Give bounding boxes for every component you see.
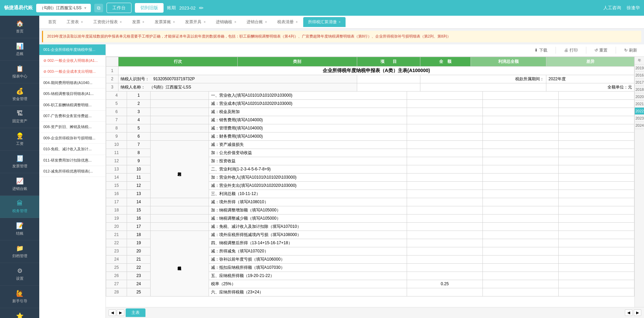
tab-home[interactable]: 首页 bbox=[43, 17, 61, 27]
cell-value[interactable] bbox=[407, 108, 483, 116]
cell-value[interactable] bbox=[407, 165, 483, 173]
year-2023[interactable]: 2023 bbox=[635, 115, 644, 122]
edit-period-icon[interactable]: ✏ bbox=[199, 5, 204, 11]
form-list-item-004[interactable]: 004-期间费用明细表(A1040... bbox=[39, 78, 106, 88]
tab-invoice-open[interactable]: 发票开具 × bbox=[180, 17, 210, 27]
form-list-item-011[interactable]: 011-研发费用加计扣除优惠... bbox=[39, 155, 106, 166]
cell-profit[interactable] bbox=[483, 91, 559, 99]
cell-value[interactable] bbox=[407, 116, 483, 124]
cell-value[interactable] bbox=[407, 157, 483, 165]
sidebar-item-purchase-sales[interactable]: 📈 进销台账 bbox=[0, 173, 39, 196]
cell-diff[interactable] bbox=[559, 157, 634, 165]
cell-profit[interactable] bbox=[483, 239, 559, 247]
user-service[interactable]: 人工咨询 bbox=[603, 5, 621, 11]
form-list-item-008[interactable]: 008-资产折旧、摊销及纳税... bbox=[39, 122, 106, 133]
cell-value[interactable] bbox=[407, 140, 483, 149]
cell-profit[interactable] bbox=[483, 132, 559, 140]
cell-value[interactable]: 0.25 bbox=[407, 280, 483, 288]
cell-profit[interactable] bbox=[483, 231, 559, 239]
spreadsheet-wrapper[interactable]: 行次 类别 项 目 全 额 利润总全额 差异 bbox=[106, 57, 634, 307]
year-2019[interactable]: 2019 bbox=[635, 65, 644, 72]
cell-diff[interactable] bbox=[559, 116, 634, 124]
tab-invoice-calc[interactable]: 发票算账 × bbox=[150, 17, 180, 27]
form-list-item-001[interactable]: 001-企业所得税年度纳税申报... bbox=[39, 44, 106, 55]
cell-value[interactable] bbox=[407, 99, 483, 108]
sidebar-item-settings[interactable]: ⚙ 设置 bbox=[0, 263, 39, 286]
year-2022[interactable]: 2022 bbox=[635, 108, 644, 115]
tab-payroll-close[interactable]: × bbox=[81, 20, 83, 24]
cell-diff[interactable] bbox=[559, 263, 634, 272]
cell-profit[interactable] bbox=[483, 190, 559, 198]
tab-tax-list[interactable]: 税表清册 × bbox=[272, 17, 303, 27]
form-list-item-002[interactable]: ⊘ 002-一般企业收入明细表(A1... bbox=[39, 55, 106, 66]
cell-diff[interactable] bbox=[559, 239, 634, 247]
cell-value[interactable] bbox=[407, 263, 483, 272]
cell-value[interactable] bbox=[407, 198, 483, 206]
refresh-button[interactable]: ↻ 刷新 bbox=[621, 46, 640, 54]
form-list-item-006[interactable]: 006-职工薪酬纳税调整明细... bbox=[39, 100, 106, 111]
nav-arrow-left[interactable]: ◀ bbox=[109, 309, 116, 316]
cell-value[interactable] bbox=[407, 124, 483, 132]
sidebar-item-payroll[interactable]: 👷 工资 bbox=[0, 128, 39, 151]
cell-value[interactable] bbox=[407, 247, 483, 255]
cell-value[interactable] bbox=[407, 272, 483, 280]
tab-purchase-ledger-close[interactable]: × bbox=[265, 20, 267, 24]
cell-diff[interactable] bbox=[559, 214, 634, 222]
cell-profit[interactable] bbox=[483, 149, 559, 157]
year-2017[interactable]: 2017 bbox=[635, 79, 644, 86]
year-2016[interactable]: 2016 bbox=[635, 72, 644, 79]
cell-profit[interactable] bbox=[483, 157, 559, 165]
cell-value[interactable] bbox=[407, 91, 483, 99]
cell-value[interactable] bbox=[407, 149, 483, 157]
reset-button[interactable]: ↺ 重置 bbox=[592, 46, 610, 54]
tab-purchase-verify[interactable]: 进销确核 × bbox=[211, 17, 241, 27]
tab-payroll-stats[interactable]: 工资统计报表 × bbox=[88, 17, 127, 27]
form-list-item-012[interactable]: 012-减免所得税优惠明细表(... bbox=[39, 166, 106, 177]
sidebar-item-close[interactable]: 📝 结账 bbox=[0, 218, 39, 240]
print-button[interactable]: 🖨 打印 bbox=[561, 46, 580, 54]
sidebar-item-guide[interactable]: 🙋 新手引导 bbox=[0, 286, 39, 308]
cell-profit[interactable] bbox=[483, 173, 559, 181]
cell-value[interactable] bbox=[407, 181, 483, 190]
cell-diff[interactable] bbox=[559, 222, 634, 231]
cell-profit[interactable] bbox=[483, 140, 559, 149]
tab-invoice-close[interactable]: × bbox=[142, 20, 144, 24]
cell-diff[interactable] bbox=[559, 173, 634, 181]
cell-diff[interactable] bbox=[559, 247, 634, 255]
cell-diff[interactable] bbox=[559, 288, 634, 296]
tab-payroll[interactable]: 工资表 × bbox=[62, 17, 88, 27]
cell-diff[interactable] bbox=[559, 272, 634, 280]
tab-income-tax[interactable]: 所得税汇算清缴 × bbox=[303, 17, 346, 27]
year-2020[interactable]: 2020 bbox=[635, 93, 644, 100]
cell-diff[interactable] bbox=[559, 124, 634, 132]
tab-invoice[interactable]: 发票 × bbox=[127, 17, 149, 27]
sidebar-item-member[interactable]: ⭐ 畅会员 bbox=[0, 308, 39, 318]
year-2024[interactable]: 2024 bbox=[635, 122, 644, 129]
sidebar-item-reports[interactable]: 📋 报表中心 bbox=[0, 61, 39, 83]
cell-diff[interactable] bbox=[559, 108, 634, 116]
cell-value[interactable] bbox=[407, 231, 483, 239]
cell-profit[interactable] bbox=[483, 124, 559, 132]
cell-diff[interactable] bbox=[559, 181, 634, 190]
form-list-item-010[interactable]: 010-免税、减计收入及加计... bbox=[39, 144, 106, 155]
tab-income-tax-close[interactable]: × bbox=[339, 20, 341, 24]
cell-value[interactable] bbox=[407, 222, 483, 231]
form-list-item-007[interactable]: 007-广告费和业务宣传费超... bbox=[39, 111, 106, 122]
cell-profit[interactable] bbox=[483, 206, 559, 214]
cell-value[interactable] bbox=[407, 173, 483, 181]
cell-profit[interactable] bbox=[483, 288, 559, 296]
year-2021[interactable]: 2021 bbox=[635, 100, 644, 108]
workbench-button[interactable]: 工作台 bbox=[107, 3, 131, 13]
cell-value[interactable] bbox=[407, 214, 483, 222]
tab-tax-list-close[interactable]: × bbox=[296, 20, 298, 24]
cell-profit[interactable] bbox=[483, 222, 559, 231]
cell-value[interactable] bbox=[407, 190, 483, 198]
cell-profit[interactable] bbox=[483, 272, 559, 280]
cell-diff[interactable] bbox=[559, 280, 634, 288]
cell-diff[interactable] bbox=[559, 255, 634, 263]
cell-diff[interactable] bbox=[559, 165, 634, 173]
cell-profit[interactable] bbox=[483, 181, 559, 190]
cell-diff[interactable] bbox=[559, 198, 634, 206]
cell-diff[interactable] bbox=[559, 140, 634, 149]
cell-diff[interactable] bbox=[559, 91, 634, 99]
